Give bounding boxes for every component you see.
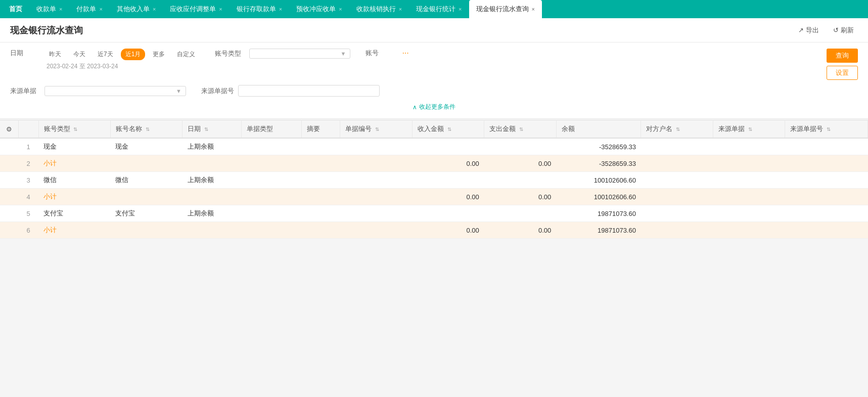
cell-source-doc-no (785, 189, 868, 205)
cell-acct-name: 现金 (110, 138, 182, 155)
nav-item-receipt[interactable]: 收款单 × (29, 0, 69, 18)
col-doc-no[interactable]: 单据编号 ⇅ (340, 120, 412, 139)
nav-ar-ap-label: 应收应付调整单 (170, 5, 216, 14)
export-icon: ↗ (798, 26, 804, 34)
page-title: 现金银行流水查询 (10, 24, 83, 36)
cell-summary (302, 222, 340, 239)
table-header-row: ⚙ 账号类型 ⇅ 账号名称 ⇅ 日期 ⇅ 单据类型 摘要 单据编号 ⇅ 收入金额… (0, 120, 868, 139)
account-type-label: 账号类型 (215, 49, 245, 58)
cell-summary (302, 172, 340, 189)
nav-ar-ap-close[interactable]: × (219, 6, 222, 12)
cell-counterparty (641, 189, 713, 205)
date-7days[interactable]: 近7天 (93, 49, 118, 60)
cell-source-doc (713, 172, 785, 189)
cell-doc-no (340, 155, 412, 172)
data-table: ⚙ 账号类型 ⇅ 账号名称 ⇅ 日期 ⇅ 单据类型 摘要 单据编号 ⇅ 收入金额… (0, 120, 868, 239)
nav-advance-close[interactable]: × (339, 6, 342, 12)
cell-source-doc-no (785, 205, 868, 222)
cell-counterparty (641, 172, 713, 189)
nav-writeoff-close[interactable]: × (399, 6, 402, 12)
cell-acct-name (110, 155, 182, 172)
cell-expense: 0.00 (484, 189, 556, 205)
nav-cash-stat-label: 现金银行统计 (416, 5, 455, 14)
cell-gear (0, 155, 18, 172)
settings-button[interactable]: 设置 (827, 66, 858, 80)
table-container: ⚙ 账号类型 ⇅ 账号名称 ⇅ 日期 ⇅ 单据类型 摘要 单据编号 ⇅ 收入金额… (0, 120, 868, 239)
cell-counterparty (641, 205, 713, 222)
nav-item-cash-flow[interactable]: 现金银行流水查询 × (469, 0, 542, 18)
cell-rownum: 6 (18, 222, 38, 239)
cell-summary (302, 138, 340, 155)
col-rownum (18, 120, 38, 139)
col-gear: ⚙ (0, 120, 18, 139)
account-label: 账号 (366, 49, 396, 58)
source-doc-no-input[interactable] (238, 85, 380, 97)
col-date[interactable]: 日期 ⇅ (182, 120, 242, 139)
source-doc-label: 来源单据 (10, 86, 40, 96)
col-income[interactable]: 收入金额 ⇅ (412, 120, 484, 139)
col-expense[interactable]: 支出金额 ⇅ (484, 120, 556, 139)
cell-summary (302, 205, 340, 222)
cell-source-doc-no (785, 138, 868, 155)
account-type-select[interactable]: ▼ (249, 49, 350, 59)
nav-cash-stat-close[interactable]: × (459, 6, 462, 12)
nav-home-label: 首页 (9, 5, 22, 14)
nav-cash-flow-label: 现金银行流水查询 (476, 5, 529, 14)
date-more[interactable]: 更多 (148, 49, 169, 60)
refresh-button[interactable]: ↺ 刷新 (829, 24, 858, 37)
nav-cash-flow-close[interactable]: × (532, 6, 535, 12)
col-source-doc[interactable]: 来源单据 ⇅ (713, 120, 785, 139)
account-type-arrow-icon: ▼ (340, 51, 346, 57)
nav-item-other-income[interactable]: 其他收入单 × (110, 0, 163, 18)
cell-income: 0.00 (412, 189, 484, 205)
cell-source-doc (713, 222, 785, 239)
cell-acct-type: 小计 (38, 155, 110, 172)
cell-acct-type: 支付宝 (38, 205, 110, 222)
query-button[interactable]: 查询 (827, 49, 858, 63)
nav-item-bank-deposit[interactable]: 银行存取款单 × (230, 0, 289, 18)
nav-other-income-close[interactable]: × (153, 6, 156, 12)
col-acct-type[interactable]: 账号类型 ⇅ (38, 120, 110, 139)
cell-gear (0, 172, 18, 189)
nav-item-cash-stat[interactable]: 现金银行统计 × (409, 0, 469, 18)
account-dots-button[interactable]: ··· (400, 49, 410, 58)
cell-date: 上期余额 (182, 172, 242, 189)
date-today[interactable]: 今天 (69, 49, 90, 60)
source-doc-arrow-icon: ▼ (176, 88, 181, 94)
source-doc-no-label: 来源单据号 (201, 86, 234, 96)
nav-receipt-close[interactable]: × (59, 6, 62, 12)
cell-doc-no (340, 189, 412, 205)
collapse-up-icon: ∧ (413, 104, 417, 111)
date-custom[interactable]: 自定义 (172, 49, 200, 60)
nav-receipt-label: 收款单 (36, 5, 56, 14)
table-row: 2小计0.000.00-3528659.33 (0, 155, 868, 172)
page-header: 现金银行流水查询 ↗ 导出 ↺ 刷新 (0, 18, 868, 42)
cell-income (412, 205, 484, 222)
cell-doc-type (242, 172, 302, 189)
date-yesterday[interactable]: 昨天 (44, 49, 66, 60)
nav-item-advance-offset[interactable]: 预收冲应收单 × (289, 0, 349, 18)
table-body: 1现金现金上期余额-3528659.332小计0.000.00-3528659.… (0, 138, 868, 239)
source-doc-select[interactable]: ▼ (44, 86, 186, 96)
col-acct-name[interactable]: 账号名称 ⇅ (110, 120, 182, 139)
header-actions: ↗ 导出 ↺ 刷新 (794, 24, 858, 37)
gear-icon[interactable]: ⚙ (6, 125, 12, 133)
nav-item-payment[interactable]: 付款单 × (69, 0, 109, 18)
export-button[interactable]: ↗ 导出 (794, 24, 823, 37)
nav-item-home[interactable]: 首页 (2, 0, 29, 18)
col-counterparty[interactable]: 对方户名 ⇅ (641, 120, 713, 139)
cell-doc-type (242, 222, 302, 239)
nav-bank-close[interactable]: × (279, 6, 282, 12)
cell-counterparty (641, 138, 713, 155)
cell-income (412, 138, 484, 155)
nav-item-ar-ap-adjust[interactable]: 应收应付调整单 × (163, 0, 229, 18)
col-source-doc-no[interactable]: 来源单据号 ⇅ (785, 120, 868, 139)
nav-payment-close[interactable]: × (99, 6, 102, 12)
date-1month[interactable]: 近1月 (121, 49, 146, 60)
nav-item-writeoff[interactable]: 收款核销执行 × (349, 0, 409, 18)
collapse-bar[interactable]: ∧ 收起更多条件 (10, 101, 858, 112)
cell-gear (0, 189, 18, 205)
cell-rownum: 4 (18, 189, 38, 205)
cell-expense: 0.00 (484, 222, 556, 239)
cell-income (412, 172, 484, 189)
